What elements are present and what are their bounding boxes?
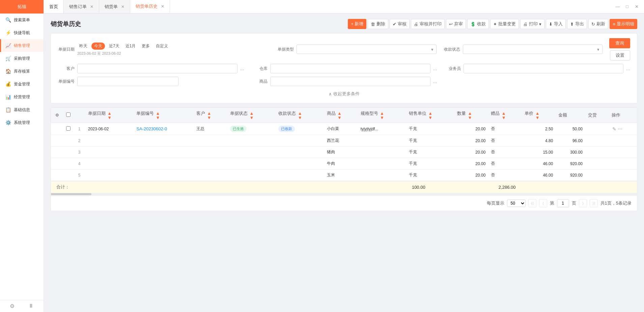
col-qty[interactable]: 数量 ▲▼: [454, 108, 488, 123]
row-qty: 20.00: [454, 147, 488, 158]
tab-sales-order[interactable]: 销售订单 ✕: [64, 0, 99, 13]
page-last-btn[interactable]: ⟩⟩: [590, 199, 598, 207]
row-customer: 王总: [194, 123, 227, 135]
col-price[interactable]: 单价 ▲▼: [522, 108, 556, 123]
col-goods[interactable]: 商品 ▲▼: [324, 108, 358, 123]
show-details-button[interactable]: ≡ 显示明细: [610, 19, 637, 29]
shortcut-more[interactable]: 更多: [140, 43, 152, 50]
row-more-btn[interactable]: ⋯: [618, 126, 622, 132]
business-dots[interactable]: ...: [626, 66, 630, 71]
col-doc-status[interactable]: 单据状态 ▲▼: [227, 108, 276, 123]
col-checkbox: [63, 108, 73, 123]
table-scrollbar[interactable]: [51, 193, 637, 196]
customer-input[interactable]: [77, 64, 237, 73]
review-print-button[interactable]: 🖨 审核并打印: [411, 19, 445, 29]
collapse-btn[interactable]: ∧ 收起更多条件: [329, 89, 360, 98]
review-button[interactable]: ✔ 审核: [390, 19, 410, 29]
tab-close-sales-order[interactable]: ✕: [90, 4, 93, 9]
refresh-icon: ↻: [591, 22, 595, 27]
row-doc-status: [227, 135, 276, 147]
delete-button[interactable]: 🗑 删除: [368, 19, 388, 29]
col-gift[interactable]: 赠品 ▲▼: [488, 108, 522, 123]
shortcut-yesterday[interactable]: 昨天: [77, 43, 89, 50]
print-button[interactable]: 🖨 打印 ▾: [520, 19, 544, 29]
shortcut-custom[interactable]: 自定义: [154, 43, 170, 50]
sidebar-item-operations[interactable]: 📊 经营管理: [0, 90, 44, 103]
filter-row-2: 客户 ... 仓库 ... 业务员 ...: [58, 64, 630, 73]
row-qty: 20.00: [454, 135, 488, 147]
window-minimize-btn[interactable]: —: [613, 2, 622, 11]
window-close-btn[interactable]: ✕: [632, 2, 641, 11]
toolbar-actions: + 新增 🗑 删除 ✔ 审核 🖨 审核并打印 ↩ 弃审: [348, 19, 637, 29]
page-prev-btn[interactable]: ⟨: [539, 199, 547, 207]
doc-no-link[interactable]: SA-20230602-0: [136, 126, 167, 131]
tab-close-sales-goods[interactable]: ✕: [121, 4, 124, 9]
col-unit[interactable]: 销售单位 ▲▼: [406, 108, 454, 123]
row-edit-btn[interactable]: ✎: [612, 126, 616, 132]
collect-button[interactable]: 💲 收款: [467, 19, 489, 29]
table-row: 4 牛肉 千克 20.00 否 46.00 920.00: [51, 158, 637, 170]
shortcut-today[interactable]: 今天: [91, 43, 105, 50]
sidebar-item-search-menu[interactable]: 🔍 搜索菜单: [0, 14, 44, 26]
sidebar-item-inventory[interactable]: 🏠 库存核算: [0, 65, 44, 78]
col-customer[interactable]: 客户 ▲▼: [194, 108, 227, 123]
select-all-checkbox[interactable]: [66, 112, 71, 117]
doc-no-input[interactable]: [77, 77, 178, 86]
tab-home[interactable]: 首页: [44, 0, 64, 13]
shortcut-1month[interactable]: 近1月: [123, 43, 138, 50]
page-next-btn[interactable]: ⟩: [579, 199, 587, 207]
tab-sales-goods[interactable]: 销货单 ✕: [99, 0, 130, 13]
sidebar-item-finance[interactable]: 💰 资金管理: [0, 78, 44, 90]
export-button[interactable]: ⬆ 导出: [567, 19, 587, 29]
col-doc-date[interactable]: 单据日期 ▲▼: [85, 108, 134, 123]
tab-bar: 首页 销售订单 ✕ 销货单 ✕ 销货单历史 ✕ — □ ✕: [44, 0, 644, 14]
goods-dots[interactable]: ...: [433, 79, 437, 84]
tab-close-sales-history[interactable]: ✕: [161, 4, 164, 9]
page-input[interactable]: [557, 199, 569, 207]
row-checkbox[interactable]: [66, 126, 71, 131]
col-doc-no[interactable]: 单据编号 ▲▼: [134, 108, 194, 123]
batch-change-button[interactable]: ✦ 批量变更: [490, 19, 519, 29]
sidebar-settings-btn[interactable]: ⚙: [10, 303, 15, 309]
row-trade: [585, 147, 609, 158]
col-spec[interactable]: 规格型号 ▲▼: [358, 108, 406, 123]
warehouse-input[interactable]: [270, 64, 430, 73]
add-button[interactable]: + 新增: [348, 19, 366, 29]
query-button[interactable]: 查询: [609, 38, 630, 48]
warehouse-dots[interactable]: ...: [433, 66, 437, 71]
sidebar-item-sales-mgmt[interactable]: 📈 销售管理: [0, 39, 44, 52]
refresh-button[interactable]: ↻ 刷新: [588, 19, 608, 29]
row-doc-status: [227, 158, 276, 170]
filter-doc-date: 单据日期 昨天 今天 近7天 近1月 更多 自定义 2023-06-02 至 2…: [58, 43, 270, 56]
delete-icon: 🗑: [371, 22, 375, 27]
window-maximize-btn[interactable]: □: [622, 2, 632, 11]
row-goods: 西兰花: [324, 135, 358, 147]
sidebar-item-system-mgmt[interactable]: ⚙️ 系统管理: [0, 116, 44, 129]
collect-status-select[interactable]: ▾: [463, 45, 603, 54]
customer-dots[interactable]: ...: [240, 66, 244, 71]
shortcut-7days[interactable]: 近7天: [107, 43, 121, 50]
total-qty: 100.00: [412, 185, 425, 190]
row-goods: 小白菜: [324, 123, 358, 135]
table-scroll-thumb[interactable]: [51, 193, 91, 195]
row-spec: tyjyjtyjdf...: [358, 123, 406, 135]
set-button[interactable]: 设置: [610, 50, 630, 60]
sort-arrows-gift: ▲▼: [502, 111, 506, 120]
page-first-btn[interactable]: ⟨⟨: [528, 199, 536, 207]
per-page-select[interactable]: 50 100 200: [507, 200, 526, 207]
row-action: [609, 135, 637, 147]
collect-status-label: 收款状态: [443, 47, 460, 52]
tab-sales-history[interactable]: 销货单历史 ✕: [130, 0, 170, 13]
business-input[interactable]: [464, 64, 624, 73]
col-settings[interactable]: ⚙: [51, 108, 63, 123]
doc-type-select[interactable]: ▾: [297, 45, 437, 54]
goods-input[interactable]: [270, 77, 430, 86]
table-container: ⚙ 单据日期 ▲▼ 单据编号 ▲▼: [51, 107, 637, 211]
sidebar-collapse-btn[interactable]: ⏸: [28, 303, 34, 309]
sidebar-item-purchase-mgmt[interactable]: 🛒 采购管理: [0, 52, 44, 65]
import-button[interactable]: ⬇ 导入: [546, 19, 566, 29]
sidebar-item-quick-nav[interactable]: ⚡ 快捷导航: [0, 26, 44, 39]
abandon-button[interactable]: ↩ 弃审: [446, 19, 466, 29]
sidebar-item-base-info[interactable]: 📋 基础信息: [0, 103, 44, 116]
col-collect-status[interactable]: 收款状态 ▲▼: [276, 108, 324, 123]
